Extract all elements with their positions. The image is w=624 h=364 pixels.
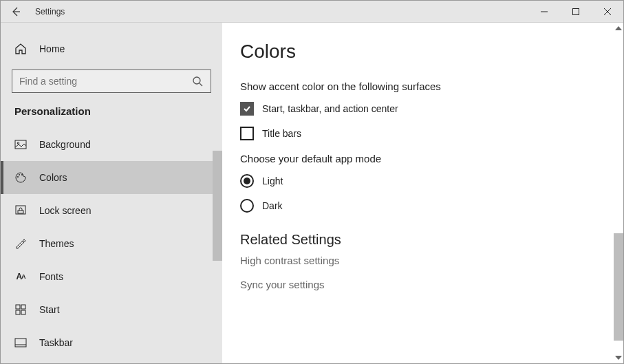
taskbar-icon [14, 336, 27, 349]
palette-icon [14, 171, 27, 184]
close-button[interactable] [592, 1, 623, 22]
svg-rect-18 [15, 339, 26, 347]
maximize-button[interactable] [560, 1, 592, 22]
arrow-left-icon [10, 6, 21, 17]
svg-rect-17 [21, 310, 25, 314]
scrollbar-thumb[interactable] [614, 233, 623, 341]
minimize-button[interactable] [528, 1, 560, 22]
checkbox-label: Title bars [262, 128, 301, 139]
link-sync-settings[interactable]: Sync your settings [240, 279, 605, 290]
sidebar-item-label: Start [39, 304, 60, 315]
radio-dark[interactable]: Dark [240, 199, 605, 213]
title-bar: Settings [1, 1, 623, 23]
checkbox-icon [240, 127, 254, 140]
home-icon [14, 43, 27, 55]
search-input[interactable] [19, 76, 191, 87]
svg-rect-16 [16, 310, 20, 314]
svg-point-8 [17, 142, 19, 144]
radio-label: Dark [262, 200, 283, 211]
svg-point-9 [17, 176, 19, 178]
surfaces-heading: Show accent color on the following surfa… [240, 81, 605, 92]
themes-icon [14, 237, 27, 250]
window-controls [528, 1, 623, 22]
maximize-icon [572, 8, 579, 15]
appmode-heading: Choose your default app mode [240, 153, 605, 164]
sidebar-item-label: Background [39, 139, 91, 150]
radio-label: Light [262, 175, 283, 186]
sidebar-item-label: Lock screen [39, 205, 91, 216]
back-button[interactable] [1, 1, 31, 22]
checkbox-icon [240, 102, 254, 116]
checkbox-titlebars[interactable]: Title bars [240, 127, 605, 140]
search-icon [191, 75, 204, 87]
sidebar-item-label: Taskbar [39, 337, 73, 348]
svg-point-5 [193, 77, 200, 84]
sidebar-item-label: Colors [39, 172, 67, 183]
lockscreen-icon [14, 204, 27, 217]
section-title: Personalization [1, 105, 222, 128]
sidebar-item-label: Themes [39, 238, 74, 249]
checkmark-icon [242, 104, 252, 114]
sidebar-item-taskbar[interactable]: Taskbar [1, 326, 222, 359]
minimize-icon [541, 8, 548, 15]
sidebar-item-start[interactable]: Start [1, 293, 222, 326]
sidebar-item-label: Fonts [39, 271, 63, 282]
sidebar-item-fonts[interactable]: AA Fonts [1, 260, 222, 293]
svg-rect-12 [16, 206, 25, 214]
checkbox-label: Start, taskbar, and action center [262, 103, 398, 114]
sidebar-item-colors[interactable]: Colors [1, 161, 222, 194]
related-heading: Related Settings [240, 232, 605, 248]
title-bar-left: Settings [1, 1, 65, 22]
page-title: Colors [240, 41, 605, 63]
svg-point-11 [21, 174, 23, 175]
sidebar: Home Personalization Background Colors [1, 23, 222, 363]
main-pane: Colors Show accent color on the followin… [222, 23, 623, 363]
svg-rect-15 [21, 305, 25, 309]
svg-rect-2 [573, 8, 579, 14]
svg-rect-14 [16, 305, 20, 309]
fonts-icon: AA [14, 270, 27, 283]
window-title: Settings [31, 7, 65, 17]
home-label: Home [39, 43, 65, 54]
radio-icon [240, 199, 254, 213]
svg-point-10 [19, 174, 20, 175]
start-icon [14, 303, 27, 316]
radio-light[interactable]: Light [240, 174, 605, 188]
sidebar-item-background[interactable]: Background [1, 128, 222, 161]
sidebar-item-themes[interactable]: Themes [1, 227, 222, 260]
checkbox-start-taskbar[interactable]: Start, taskbar, and action center [240, 102, 605, 116]
sidebar-scrollbar-thumb[interactable] [213, 151, 222, 261]
svg-line-6 [200, 83, 202, 86]
link-high-contrast[interactable]: High contrast settings [240, 255, 605, 266]
svg-rect-13 [18, 211, 23, 213]
chevron-up-icon [615, 26, 622, 30]
chevron-down-icon [615, 356, 622, 360]
close-icon [604, 8, 611, 15]
search-box[interactable] [12, 69, 211, 93]
sidebar-item-lockscreen[interactable]: Lock screen [1, 194, 222, 227]
radio-icon [240, 174, 254, 188]
main-scrollbar [614, 23, 623, 363]
scroll-up-button[interactable] [614, 23, 623, 34]
picture-icon [14, 138, 27, 151]
scroll-down-button[interactable] [614, 352, 623, 363]
home-nav[interactable]: Home [1, 35, 222, 63]
